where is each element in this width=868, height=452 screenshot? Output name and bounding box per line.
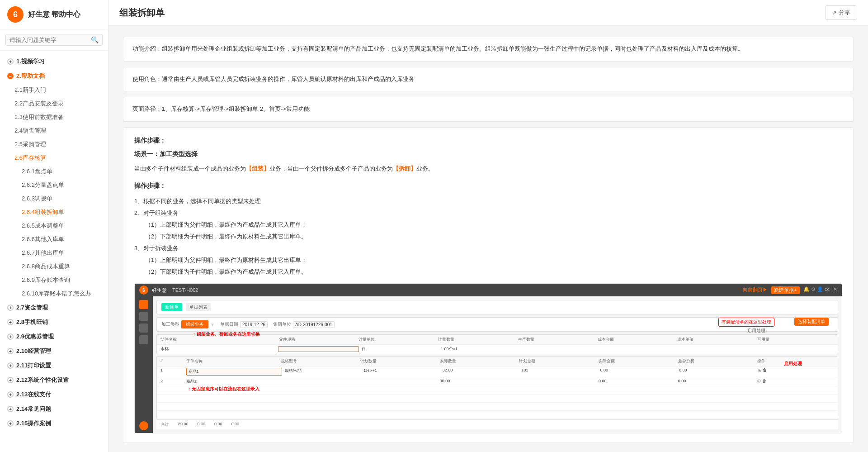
sidebar-item-docs-2-4[interactable]: 2.4销售管理 bbox=[0, 124, 108, 138]
logo-text: 好生意 帮助中心 bbox=[28, 10, 80, 19]
app-sub-row-1-num: 1 bbox=[160, 368, 184, 376]
path-text: 页面路径：1、库存核算->库存管理->组装拆卸单 2、首页->常用功能 bbox=[132, 105, 310, 112]
expand-icon-2-9: + bbox=[7, 333, 14, 340]
app-right-icons: 🔔 ⚙ 👤 cc bbox=[803, 286, 830, 294]
role-block: 使用角色：通常由生产人员或库管人员完成拆装业务的操作，库管人员确认原材料的出库和… bbox=[123, 67, 854, 92]
logo-icon: 6 bbox=[7, 6, 24, 23]
step2-1: （1）上部明细为父件明细，最终作为产成品生成其它入库单； bbox=[134, 219, 842, 231]
app-sidebar-icon-5 bbox=[139, 421, 148, 430]
sidebar-item-docs-2-2[interactable]: 2.2产品安装及登录 bbox=[0, 97, 108, 110]
app-sub-header-num: # bbox=[160, 358, 184, 364]
app-header-prod-qty: 生产数量 bbox=[518, 337, 595, 343]
app-actions: 向前翻页▶ 新建单据+ 🔔 ⚙ 👤 cc ✕ bbox=[743, 286, 837, 294]
role-text: 使用角色：通常由生产人员或库管人员完成拆装业务的操作，库管人员确认原材料的出库和… bbox=[132, 76, 415, 82]
app-sub-header-spec: 规格型号 bbox=[281, 358, 358, 364]
app-sub-row-1-actual-amt: 0.00 bbox=[600, 368, 676, 376]
sidebar-item-2-6-6[interactable]: 2.6.6其他入库单 bbox=[0, 233, 108, 246]
sidebar-item-2-6-1[interactable]: 2.6.1盘点单 bbox=[0, 165, 108, 178]
sidebar-item-2-6-2[interactable]: 2.6.2分量盘点单 bbox=[0, 178, 108, 192]
sidebar-item-docs-2-5[interactable]: 2.5采购管理 bbox=[0, 138, 108, 151]
sidebar-item-2-10[interactable]: + 2.10经营管理 bbox=[0, 344, 108, 358]
expand-icon-video: + bbox=[7, 58, 14, 65]
app-new-doc-btn[interactable]: 新建单据+ bbox=[771, 286, 799, 294]
sidebar: 6 好生意 帮助中心 🔍 + 1.视频学习 − 2.帮助文档 2.1新手入门 2… bbox=[0, 0, 108, 452]
app-sub-header-plan-amt: 计划金额 bbox=[519, 358, 596, 364]
app-sub-row-4 bbox=[157, 395, 838, 403]
sidebar-item-video[interactable]: + 1.视频学习 bbox=[0, 54, 108, 69]
app-total-3: 0.00 bbox=[214, 422, 222, 428]
app-parent-row-1-spec[interactable] bbox=[278, 346, 359, 352]
app-sidebar-icon-1 bbox=[139, 300, 148, 309]
app-parent-row-1-prod-qty bbox=[520, 346, 596, 352]
app-parent-row-1-unit: 件 bbox=[362, 346, 438, 352]
app-parent-row-1-qty-measure: 1.00个×1 bbox=[441, 346, 517, 352]
app-field-assembly-value[interactable]: AD-20191226-001 bbox=[293, 321, 335, 328]
app-parent-row-1-avail bbox=[758, 346, 834, 352]
app-parent-row-1-name: 水杯 bbox=[160, 346, 275, 352]
sidebar-item-docs-2-3[interactable]: 2.3使用前数据准备 bbox=[0, 110, 108, 124]
logo-area: 6 好生意 帮助中心 bbox=[0, 0, 108, 29]
main: 组装拆卸单 ↗ 分享 功能介绍：组装拆卸单用来处理企业组装或拆卸等加工业务，支持… bbox=[108, 0, 868, 452]
expand-icon-2-8: + bbox=[7, 319, 14, 325]
sidebar-item-2-6-10[interactable]: 2.6.10库存账本错了怎么办 bbox=[0, 287, 108, 300]
app-sub-row-6 bbox=[157, 411, 838, 419]
sidebar-item-2-6-7[interactable]: 2.6.7其他出库单 bbox=[0, 246, 108, 260]
sidebar-item-2-6-4[interactable]: 2.6.4组装拆卸单 bbox=[0, 205, 108, 219]
app-sub-row-1: 1 商品1 规格/+/品 1只×+1 32.00 101 0.00 0.00 ⊞ bbox=[157, 366, 838, 377]
app-sub-row-2-plan-qty bbox=[360, 379, 437, 385]
step3: 3、对于拆装业务 bbox=[134, 243, 842, 254]
app-form-fields: 加工类型 组装业务 ▼ 单据日期 2019-12-26 集团单位 bbox=[156, 317, 838, 332]
sidebar-item-2-8[interactable]: + 2.8手机旺铺 bbox=[0, 315, 108, 329]
page-title: 组装拆卸单 bbox=[119, 7, 165, 19]
app-select-bom-btn[interactable]: 选择装配清单 bbox=[794, 318, 829, 326]
app-sub-row-1-ops[interactable]: ⊞ 🗑 bbox=[758, 368, 834, 376]
expand-icon-2-11: + bbox=[7, 362, 14, 369]
step3-1: （1）上部明细为父件明细，最终作为原材料生成其它出库单； bbox=[134, 254, 842, 266]
sidebar-item-2-7[interactable]: + 2.7资金管理 bbox=[0, 300, 108, 315]
app-type-select[interactable]: 组装业务 bbox=[181, 320, 208, 328]
app-field-type-label: 加工类型 bbox=[161, 321, 179, 328]
app-sidebar-mini bbox=[135, 296, 153, 433]
search-input[interactable] bbox=[9, 37, 91, 43]
sidebar-item-docs-2-6[interactable]: 2.6库存核算 bbox=[0, 151, 108, 165]
share-button[interactable]: ↗ 分享 bbox=[825, 5, 857, 20]
sidebar-item-2-6-5[interactable]: 2.6.5成本调整单 bbox=[0, 219, 108, 233]
app-sub-row-1-name[interactable]: 商品1 bbox=[186, 368, 282, 376]
sidebar-item-2-14[interactable]: + 2.14常见问题 bbox=[0, 402, 108, 416]
sidebar-item-2-6-3[interactable]: 2.6.3调拨单 bbox=[0, 192, 108, 205]
sidebar-item-2-6-8[interactable]: 2.6.8商品成本重算 bbox=[0, 260, 108, 273]
sidebar-item-2-12[interactable]: + 2.12系统个性化设置 bbox=[0, 373, 108, 387]
app-sub-row-2-plan-amt bbox=[519, 379, 596, 385]
app-sidebar-icon-2 bbox=[139, 312, 148, 321]
app-tab-new[interactable]: 新建单 bbox=[161, 303, 182, 311]
sidebar-item-2-15[interactable]: + 2.15操作案例 bbox=[0, 416, 108, 431]
steps-main-title: 操作步骤： bbox=[134, 137, 842, 145]
app-sub-table-header: # 子件名称 规格型号 计划数量 实际数量 计划金额 实际金额 差异分析 操作 bbox=[157, 357, 838, 366]
app-body: 新建单 单据列表 加工类型 组装业务 ▼ bbox=[135, 296, 842, 433]
app-parent-row-1: 水杯 件 1.00个×1 bbox=[157, 345, 838, 354]
search-icon[interactable]: 🔍 bbox=[91, 36, 99, 43]
app-sub-row-5 bbox=[157, 403, 838, 411]
app-close-btn[interactable]: ✕ bbox=[833, 286, 837, 294]
screenshot-container: 6 好生意 TEST-H002 向前翻页▶ 新建单据+ 🔔 ⚙ 👤 cc ✕ bbox=[134, 283, 842, 433]
app-sub-row-2-ops[interactable]: ⊞ 🗑 bbox=[757, 379, 834, 385]
app-sub-row-1-plan-amt: 101 bbox=[521, 368, 597, 376]
app-sub-row-1-diff: 0.00 bbox=[679, 368, 755, 376]
app-field-date-value[interactable]: 2019-12-26 bbox=[240, 321, 268, 328]
app-sidebar-icon-4 bbox=[139, 335, 148, 344]
scenario1-title: 场景一：加工类型选择 bbox=[134, 150, 842, 158]
app-sub-header-actual-amt: 实际金额 bbox=[599, 358, 675, 364]
callout-no-fixed-sequence: ↑ 无固定流序可以在流程在这里录入 bbox=[188, 386, 259, 392]
sidebar-item-2-13[interactable]: + 2.13在线支付 bbox=[0, 387, 108, 402]
expand-icon-2-14: + bbox=[7, 406, 14, 412]
sidebar-item-2-6-9[interactable]: 2.6.9库存账本查询 bbox=[0, 273, 108, 287]
sidebar-item-docs[interactable]: − 2.帮助文档 bbox=[0, 69, 108, 83]
app-nav-forward[interactable]: 向前翻页▶ bbox=[743, 286, 768, 294]
sidebar-item-docs-2-1[interactable]: 2.1新手入门 bbox=[0, 83, 108, 97]
sidebar-item-2-11[interactable]: + 2.11打印设置 bbox=[0, 358, 108, 373]
app-total-4: 0.00 bbox=[231, 422, 240, 428]
app-top-bar: 6 好生意 TEST-H002 向前翻页▶ 新建单据+ 🔔 ⚙ 👤 cc ✕ bbox=[135, 284, 842, 296]
sidebar-item-2-9[interactable]: + 2.9优惠券管理 bbox=[0, 329, 108, 344]
app-tab-list[interactable]: 单据列表 bbox=[186, 303, 211, 311]
expand-icon-2-13: + bbox=[7, 391, 14, 398]
